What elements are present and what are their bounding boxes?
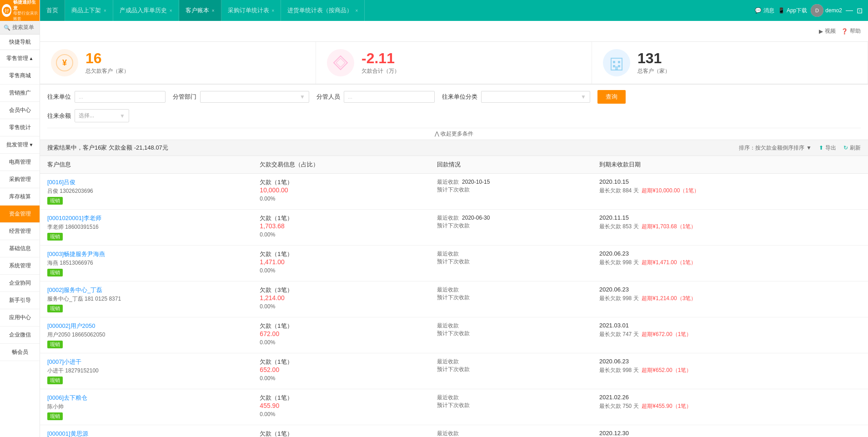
overdue-amount-3[interactable]: 超期¥1,214.00（3笔） [642, 295, 696, 301]
tab-products[interactable]: 商品上下架 × [65, 0, 113, 21]
close-customer-account-tab[interactable]: × [212, 8, 215, 13]
customer-name-2[interactable]: [0003]畅捷服务尹海燕 [47, 251, 105, 257]
sidebar-item-retail-mall[interactable]: 零售商城 [0, 67, 40, 85]
debt-amount-2[interactable]: 1,471.00 [260, 258, 422, 266]
customer-sub-2: 海燕 18513066976 [47, 259, 245, 267]
overdue-amount-2[interactable]: 超期¥1,471.00（1笔） [642, 259, 696, 266]
overdue-amount-5[interactable]: 超期¥652.00（1笔） [642, 367, 692, 373]
sidebar-item-basic-info[interactable]: 基础信息 [0, 240, 40, 257]
sort-label: 排序：按欠款金额倒序排序 [739, 144, 804, 152]
source-unit-input[interactable]: ... [75, 91, 166, 103]
sidebar: 好 畅捷通好生意 母婴行业演示账套 🔍 搜索菜单 快捷导航 零售管理 ▲ 零售商… [0, 0, 40, 437]
unit-category-input[interactable]: ▼ [481, 91, 590, 103]
last-payment-label-1: 最近收款 [437, 215, 459, 221]
customer-name-1[interactable]: [0001020001]李老师 [47, 215, 101, 221]
stat-info-debt-total: -2.11 欠款合计（万） [361, 51, 400, 75]
overdue-info-2: 最长欠款 998 天 超期¥1,471.00（1笔） [599, 259, 861, 266]
tab-home[interactable]: 首页 [40, 0, 65, 21]
logo-text: 畅捷通好生意 母婴行业演示账套 [13, 0, 38, 22]
debt-amount-3[interactable]: 1,214.00 [260, 294, 422, 301]
maximize-btn[interactable]: ⊡ [857, 6, 863, 15]
tab-bar: 首页 商品上下架 × 产成品入库单历史 × 客户账本 × 采购订单统计表 × 进… [40, 0, 749, 21]
sidebar-item-app-center[interactable]: 应用中心 [0, 309, 40, 326]
debt-amount-1[interactable]: 1,703.68 [260, 222, 422, 230]
collapse-up-icon: ⋀ [435, 131, 439, 137]
table-area: 客户信息 欠款交易信息（占比） 回款情况 到期未收款日期 [0016]吕俊 吕俊… [40, 156, 868, 437]
stat-card-customers-debt: ¥ 16 总欠款客户（家） [40, 42, 316, 84]
last-payment-date-0: 2020-10-15 [462, 179, 490, 185]
sidebar-item-newbie[interactable]: 新手引导 [0, 292, 40, 309]
user-avatar[interactable]: D demo2 [811, 4, 842, 17]
tab-inbound-stats-label: 进货单统计表（按商品） [287, 6, 352, 15]
due-date-0: 2020.10.15 [599, 178, 861, 185]
cell-recovery-5: 最近收款 预计下次收款 [430, 353, 592, 389]
page-header-right: ▶ 视频 ❓ 帮助 [819, 21, 868, 41]
arrow-icon: ▲ [29, 56, 34, 61]
debt-percent-3: 0.00% [260, 303, 422, 310]
due-date-4: 2021.03.01 [599, 322, 861, 329]
debt-amount-6[interactable]: 455.90 [260, 402, 422, 409]
customer-name-3[interactable]: [0002]服务中心_丁磊 [47, 286, 102, 293]
customer-name-5[interactable]: [0007]小进干 [47, 358, 81, 365]
minimize-btn[interactable]: — [846, 6, 853, 15]
dept-arrow-icon: ▼ [300, 94, 305, 100]
filter-unit-category: 往来单位分类 ▼ [442, 91, 590, 103]
search-menu[interactable]: 🔍 搜索菜单 [0, 21, 40, 35]
help-btn[interactable]: ❓ 帮助 [841, 27, 861, 35]
close-purchase-order-tab[interactable]: × [272, 8, 275, 13]
sidebar-item-member[interactable]: 会员中心 [0, 102, 40, 119]
sidebar-item-retail-stats[interactable]: 零售统计 [0, 119, 40, 136]
app-download-btn[interactable]: 📱 App下载 [778, 7, 807, 15]
sidebar-item-quick-nav[interactable]: 快捷导航 [0, 35, 40, 50]
collapse-more-btn[interactable]: ⋀ 收起更多条件 [47, 128, 861, 140]
customer-name-7[interactable]: [000001]黄思源 [47, 430, 88, 437]
overdue-amount-4[interactable]: 超期¥672.00（1笔） [642, 331, 692, 337]
sidebar-item-inventory[interactable]: 库存核算 [0, 188, 40, 206]
close-products-tab[interactable]: × [104, 8, 106, 13]
sidebar-item-system[interactable]: 系统管理 [0, 257, 40, 275]
message-btn[interactable]: 💬 消息 [755, 7, 774, 15]
sidebar-item-ecommerce[interactable]: 电商管理 [0, 154, 40, 171]
overdue-info-4: 最长欠款 747 天 超期¥672.00（1笔） [599, 331, 861, 338]
sidebar-item-marketing[interactable]: 营销推广 [0, 85, 40, 102]
customer-name-6[interactable]: [0006]去下粮仓 [47, 394, 87, 401]
search-button[interactable]: 查询 [597, 90, 626, 104]
overdue-amount-0[interactable]: 超期¥10,000.00（1笔） [642, 187, 699, 194]
customer-name-4[interactable]: [000002]用户2050 [47, 322, 95, 329]
sidebar-item-enterprise[interactable]: 企业协同 [0, 275, 40, 292]
manager-input[interactable]: ... [344, 91, 435, 103]
sidebar-item-enterprise-wx[interactable]: 企业微信 [0, 326, 40, 344]
sidebar-item-vip[interactable]: 畅会员 [0, 344, 40, 361]
source-unit-label: 往来单位 [47, 93, 71, 101]
refresh-btn[interactable]: ↻ 刷新 [843, 144, 861, 152]
debt-amount-0[interactable]: 10,000.00 [260, 186, 422, 194]
due-date-1: 2020.11.15 [599, 214, 861, 221]
debt-amount-5[interactable]: 652.00 [260, 366, 422, 373]
cell-debt-info-3: 欠款（3笔） 1,214.00 0.00% [252, 281, 430, 317]
tab-inbound-stats[interactable]: 进货单统计表（按商品） × [281, 0, 365, 21]
overdue-amount-6[interactable]: 超期¥455.90（1笔） [642, 403, 692, 409]
tab-production[interactable]: 产成品入库单历史 × [113, 0, 179, 21]
export-btn[interactable]: ⬆ 导出 [819, 144, 836, 152]
dept-input[interactable]: ▼ [200, 91, 309, 103]
overdue-amount-1[interactable]: 超期¥1,703.68（1笔） [642, 223, 696, 230]
sidebar-item-retail-mgmt[interactable]: 零售管理 ▲ [0, 50, 40, 67]
close-inbound-stats-tab[interactable]: × [355, 8, 358, 13]
close-production-tab[interactable]: × [170, 8, 172, 13]
last-payment-label-6: 最近收款 [437, 394, 459, 401]
sort-btn[interactable]: 排序：按欠款金额倒序排序 ▼ [739, 144, 812, 152]
sidebar-item-business[interactable]: 经营管理 [0, 223, 40, 240]
customer-name-0[interactable]: [0016]吕俊 [47, 179, 75, 186]
balance-select[interactable]: 选择... ▼ [75, 109, 129, 122]
tab-customer-account[interactable]: 客户账本 × [179, 0, 221, 21]
filter-area: 往来单位 ... 分管部门 ▼ 分管人员 ... 往来单位分类 [40, 85, 868, 140]
sidebar-item-finance[interactable]: 资金管理 [0, 206, 40, 223]
sidebar-item-wholesale-mgmt[interactable]: 批发管理 ▼ [0, 136, 40, 154]
cell-due-date-6: 2021.02.26 最长欠款 750 天 超期¥455.90（1笔） [592, 389, 868, 425]
stat-label-customers-debt: 总欠款客户（家） [85, 67, 129, 75]
video-btn[interactable]: ▶ 视频 [819, 27, 836, 35]
sidebar-item-purchase-mgmt[interactable]: 采购管理 [0, 171, 40, 188]
tab-products-label: 商品上下架 [71, 6, 101, 15]
tab-purchase-order[interactable]: 采购订单统计表 × [221, 0, 281, 21]
debt-amount-4[interactable]: 672.00 [260, 330, 422, 337]
